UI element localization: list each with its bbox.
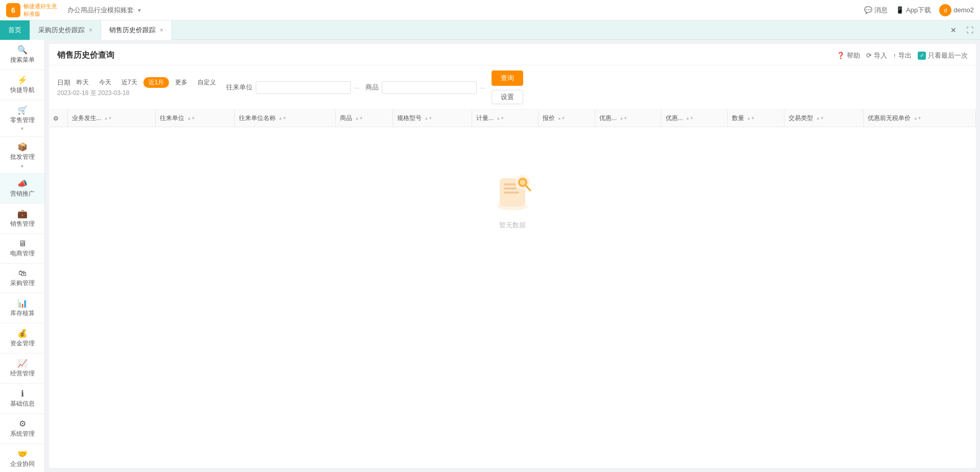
query-button[interactable]: 查询 [492,70,523,86]
date-btn-custom[interactable]: 自定义 [193,77,220,88]
th-discount2[interactable]: 优惠... ▲▼ [662,110,728,127]
th-biz-date[interactable]: 业务发生... ▲▼ [67,110,156,127]
th-goods-label: 商品 [340,114,352,122]
sidebar-item-basic-info[interactable]: ℹ 基础信息 [0,384,44,414]
export-btn[interactable]: ↑ 导出 [893,51,912,60]
top-bar-right: 💬 消息 📱 App下载 d demo2 [864,4,974,16]
only-last-checkbox[interactable]: ✓ 只看最后一次 [918,51,968,60]
th-counterparty-id[interactable]: 往来单位 ▲▼ [156,110,235,127]
date-btn-7days[interactable]: 近7天 [117,77,141,88]
goods-input[interactable] [382,81,477,94]
filter-area: 日期 昨天 今天 近7天 近1月 更多 自定义 2023-02-18 至 202… [49,65,976,110]
th-quantity-label: 数量 [732,114,744,122]
sidebar-item-search-menu[interactable]: 🔍 搜索菜单 [0,40,44,70]
sidebar-item-system-mgmt[interactable]: ⚙ 系统管理 [0,414,44,444]
user-area[interactable]: d demo2 [939,4,974,16]
tab-purchase-history-close-icon[interactable]: × [89,27,92,34]
th-discount1-label: 优惠... [599,114,617,122]
counterparty-picker-icon[interactable]: ··· [354,84,359,91]
dropdown-chevron-icon[interactable]: ▾ [138,7,141,14]
sidebar-item-label: 搜索菜单 [10,56,35,64]
th-counterparty-id-label: 往来单位 [160,114,184,122]
date-range-display: 2023-02-18 至 2023-03-18 [57,89,220,98]
top-bar: 6 畅捷通好生意 标准版 办公用品行业模拟账套 ▾ 💬 消息 📱 App下载 d… [0,0,980,20]
sidebar-item-operations-mgmt[interactable]: 📈 经营管理 [0,353,44,384]
tab-sales-history-close-icon[interactable]: × [160,27,163,34]
content-area: 销售历史价查询 ❓ 帮助 ⟳ 导入 ↑ 导出 ✓ [45,40,980,472]
sort-icon: ▲▼ [496,116,504,121]
top-bar-title: 办公用品行业模拟账套 [67,6,134,15]
chevron-up-icon: ▴ [21,162,23,168]
sidebar-item-sales-mgmt[interactable]: 💼 销售管理 [0,204,44,234]
th-quoted-price[interactable]: 报价 ▲▼ [538,110,595,127]
phone-icon: 📱 [896,6,904,14]
export-icon: ↑ [893,52,897,59]
sidebar-item-wholesale-mgmt[interactable]: 📦 批发管理 ▴ [0,137,44,174]
sort-icon: ▲▼ [279,116,287,121]
th-pre-discount-price[interactable]: 优惠前无税单价 ▲▼ [864,110,976,127]
sidebar-item-purchase-mgmt[interactable]: 🛍 采购管理 [0,264,44,293]
tab-sales-history[interactable]: 销售历史价跟踪 × [101,20,172,40]
sidebar-item-enterprise-collab[interactable]: 🤝 企业协同 [0,444,44,472]
settings-button[interactable]: 设置 [492,90,523,104]
table-header-row: ⚙ 业务发生... ▲▼ 往来单位 ▲▼ 往来单位名称 [49,110,976,127]
th-unit[interactable]: 计量... ▲▼ [472,110,538,127]
tab-home[interactable]: 首页 [0,20,30,40]
th-goods[interactable]: 商品 ▲▼ [336,110,393,127]
query-btn-group: 查询 设置 [492,70,523,104]
collab-icon: 🤝 [17,449,28,459]
th-quantity[interactable]: 数量 ▲▼ [727,110,785,127]
tab-bar: 首页 采购历史价跟踪 × 销售历史价跟踪 × ✕ ⛶ [0,20,980,40]
operations-icon: 📈 [17,359,28,368]
empty-state: 暂无数据 [49,127,976,271]
sidebar-item-marketing[interactable]: 📣 营销推广 [0,174,44,204]
th-discount1[interactable]: 优惠... ▲▼ [595,110,662,127]
date-btn-more[interactable]: 更多 [171,77,191,88]
quick-nav-icon: ⚡ [17,75,28,85]
import-btn[interactable]: ⟳ 导入 [866,51,887,60]
filter-date-section: 日期 昨天 今天 近7天 近1月 更多 自定义 2023-02-18 至 202… [57,77,220,98]
help-btn[interactable]: ❓ 帮助 [837,51,860,60]
th-discount2-label: 优惠... [666,114,683,122]
finance-icon: 💰 [17,328,28,338]
counterparty-filter-group: 往来单位 ··· [226,81,359,94]
tab-purchase-history-label: 采购历史价跟踪 [38,26,85,35]
logo-area: 6 畅捷通好生意 标准版 [6,3,57,17]
message-btn[interactable]: 💬 消息 [864,6,888,15]
sort-icon: ▲▼ [557,116,566,121]
date-btn-1month[interactable]: 近1月 [143,77,169,88]
purchase-icon: 🛍 [18,269,27,278]
empty-text: 暂无数据 [499,221,526,230]
sidebar-item-quick-nav[interactable]: ⚡ 快捷导航 [0,70,44,100]
app-download-btn[interactable]: 📱 App下载 [896,6,931,15]
sidebar-item-label: 经营管理 [10,369,35,378]
goods-filter-group: 商品 ··· [365,81,485,94]
date-btn-yesterday[interactable]: 昨天 [72,77,93,88]
gear-icon[interactable]: ⚙ [53,115,59,122]
th-counterparty-name[interactable]: 往来单位名称 ▲▼ [235,110,336,127]
sidebar-item-retail-mgmt[interactable]: 🛒 零售管理 ▾ [0,100,44,137]
sidebar-item-finance-mgmt[interactable]: 💰 资金管理 [0,323,44,353]
tab-purchase-history[interactable]: 采购历史价跟踪 × [30,20,101,40]
th-spec-label: 规格型号 [397,114,422,122]
sort-icon: ▲▼ [816,116,824,121]
main-layout: 🔍 搜索菜单 ⚡ 快捷导航 🛒 零售管理 ▾ 📦 批发管理 ▴ 📣 营销推广 💼… [0,40,980,472]
sidebar-item-label: 电商管理 [10,249,35,258]
th-spec[interactable]: 规格型号 ▲▼ [393,110,472,127]
maximize-btn[interactable]: ⛶ [964,24,976,36]
page-title: 销售历史价查询 [57,50,114,61]
sort-icon: ▲▼ [620,116,628,121]
th-biz-date-label: 业务发生... [72,114,102,122]
date-btn-today[interactable]: 今天 [95,77,115,88]
sort-icon: ▲▼ [104,116,112,121]
import-icon: ⟳ [866,52,872,59]
sidebar-item-inventory[interactable]: 📊 库存核算 [0,293,44,323]
basic-info-icon: ℹ [21,389,24,398]
sidebar-item-ecommerce-mgmt[interactable]: 🖥 电商管理 [0,234,44,264]
close-tab-btn[interactable]: ✕ [947,24,960,36]
sidebar-item-label: 资金管理 [10,339,35,348]
counterparty-input[interactable] [256,81,351,94]
th-trade-type[interactable]: 交易类型 ▲▼ [785,110,864,127]
svg-rect-3 [504,187,517,190]
goods-picker-icon[interactable]: ··· [480,84,485,91]
